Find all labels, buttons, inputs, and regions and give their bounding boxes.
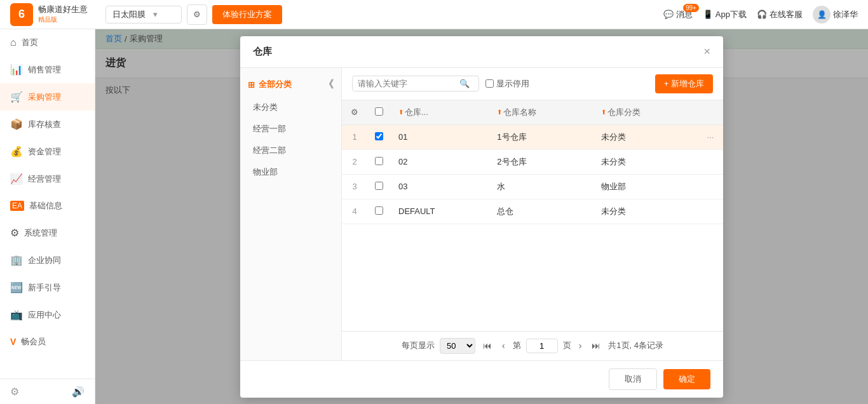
row-category: 未分类 — [593, 199, 698, 224]
cat-item-ops1[interactable]: 经营一部 — [240, 118, 341, 140]
cancel-button[interactable]: 取消 — [609, 368, 657, 390]
sidebar-item-finance[interactable]: 💰 资金管理 — [0, 138, 95, 165]
sidebar-item-inventory[interactable]: 📦 库存核查 — [0, 111, 95, 138]
sidebar-bottom: ⚙ 🔊 — [0, 379, 95, 404]
col-category-header[interactable]: ⬆ 仓库分类 — [593, 100, 698, 125]
table-row[interactable]: 1 01 1号仓库 未分类 ··· — [342, 125, 723, 149]
table-row[interactable]: 4 DEFAULT 总仓 未分类 — [342, 199, 723, 224]
volume-bottom-icon[interactable]: 🔊 — [72, 386, 85, 398]
sidebar-item-home[interactable]: ⌂ 首页 — [0, 29, 95, 56]
sidebar-item-basic[interactable]: EA 基础信息 — [0, 192, 95, 219]
guide-icon: 🆕 — [10, 281, 23, 293]
select-all-checkbox[interactable] — [375, 107, 383, 116]
purchase-icon: 🛒 — [10, 91, 23, 103]
settings-bottom-icon[interactable]: ⚙ — [10, 386, 19, 398]
sidebar-label-home: 首页 — [22, 37, 38, 48]
show-disabled-checkbox[interactable] — [485, 79, 494, 88]
row-category: 物业部 — [593, 174, 698, 199]
search-input[interactable] — [358, 79, 459, 88]
first-page-button[interactable]: ⏮ — [480, 339, 494, 352]
table-row[interactable]: 3 03 水 物业部 — [342, 174, 723, 199]
confirm-button[interactable]: 确定 — [663, 369, 710, 389]
sidebar-item-system[interactable]: ⚙ 系统管理 — [0, 219, 95, 246]
row-checkbox-cell[interactable] — [367, 174, 391, 199]
row-checkbox[interactable] — [375, 157, 383, 165]
last-page-button[interactable]: ⏭ — [589, 339, 603, 352]
row-name: 水 — [489, 174, 593, 199]
row-checkbox[interactable] — [375, 206, 383, 215]
cat-item-property[interactable]: 物业部 — [240, 161, 341, 183]
show-disabled-label: 显示停用 — [485, 78, 529, 90]
row-code: DEFAULT — [391, 199, 489, 224]
table-panel: 🔍 显示停用 + 新增仓库 — [342, 68, 723, 360]
per-page-label: 每页显示 — [402, 340, 435, 351]
logo-area: 6 畅康道好生意 精品版 — [10, 3, 105, 26]
modal-close-button[interactable]: × — [703, 45, 710, 58]
row-checkbox-cell[interactable] — [367, 199, 391, 224]
grid-icon: ⊞ — [248, 80, 255, 90]
service-button[interactable]: 🎧 在线客服 — [757, 9, 803, 20]
row-num: 2 — [342, 149, 367, 174]
operations-icon: 📈 — [10, 173, 23, 185]
total-label: 共1页, 4条记录 — [608, 340, 663, 351]
sort-icon3: ⬆ — [601, 109, 606, 116]
header-right: 💬 消息 99+ 📱 App下载 🎧 在线客服 👤 徐泽华 — [663, 6, 858, 24]
main-layout: ⌂ 首页 📊 销售管理 🛒 采购管理 📦 库存核查 💰 资金管理 📈 经营管理 … — [0, 29, 868, 404]
app-download-button[interactable]: 📱 App下载 — [703, 9, 747, 20]
messages-badge: 99+ — [683, 4, 699, 12]
table-header: ⚙ ⬆ 仓库... — [342, 100, 723, 125]
col-setting-header[interactable]: ⚙ — [342, 100, 367, 125]
row-checkbox-cell[interactable] — [367, 125, 391, 149]
all-category-button[interactable]: ⊞ 全部分类 《 — [240, 73, 341, 97]
modal-header: 仓库 × — [240, 36, 723, 68]
messages-button[interactable]: 💬 消息 99+ — [663, 9, 693, 20]
table-row[interactable]: 2 02 2号仓库 未分类 — [342, 149, 723, 174]
sidebar-label-sales: 销售管理 — [28, 64, 61, 76]
collapse-icon[interactable]: 《 — [323, 78, 334, 91]
col-name-header[interactable]: ⬆ 仓库名称 — [489, 100, 593, 125]
sidebar-item-sales[interactable]: 📊 销售管理 — [0, 56, 95, 83]
sidebar-item-enterprise[interactable]: 🏢 企业协同 — [0, 246, 95, 274]
logo-name: 畅康道好生意 — [38, 4, 88, 15]
row-category: 未分类 — [593, 149, 698, 174]
warehouse-table: ⚙ ⬆ 仓库... — [342, 100, 723, 224]
sidebar-item-guide[interactable]: 🆕 新手引导 — [0, 274, 95, 301]
modal-body: ⊞ 全部分类 《 未分类 经营一部 经营二部 — [240, 68, 723, 360]
cat-item-unclassified[interactable]: 未分类 — [240, 97, 341, 118]
col-setting-icon: ⚙ — [351, 107, 358, 117]
user-menu[interactable]: 👤 徐泽华 — [813, 6, 858, 24]
logo-sub: 精品版 — [38, 15, 88, 24]
row-checkbox[interactable] — [375, 132, 383, 140]
sidebar-label-appcenter: 应用中心 — [28, 309, 61, 321]
all-category-label: 全部分类 — [259, 79, 292, 90]
row-checkbox[interactable] — [375, 182, 383, 190]
row-code: 01 — [391, 125, 489, 149]
phone-icon: 📱 — [703, 10, 713, 19]
add-warehouse-button[interactable]: + 新增仓库 — [655, 74, 713, 93]
page-number-input[interactable] — [526, 339, 558, 353]
store-select[interactable]: 日太阳膜 ▾ — [105, 6, 182, 24]
col-code-header[interactable]: ⬆ 仓库... — [391, 100, 489, 125]
sidebar-label-inventory: 库存核查 — [28, 119, 61, 130]
inventory-icon: 📦 — [10, 118, 23, 130]
row-more-icon[interactable]: ··· — [707, 132, 714, 142]
prev-page-button[interactable]: ‹ — [499, 339, 508, 352]
search-bar: 🔍 显示停用 + 新增仓库 — [342, 68, 723, 100]
avatar: 👤 — [813, 6, 831, 24]
sidebar-label-operations: 经营管理 — [28, 173, 61, 185]
modal-title: 仓库 — [253, 46, 272, 58]
sidebar-item-member[interactable]: V 畅会员 — [0, 328, 95, 355]
sort-icon: ⬆ — [398, 109, 403, 116]
next-page-button[interactable]: › — [576, 339, 585, 352]
sidebar-item-appcenter[interactable]: 📺 应用中心 — [0, 301, 95, 328]
sidebar-item-purchase[interactable]: 🛒 采购管理 — [0, 83, 95, 111]
col-checkbox-header[interactable] — [367, 100, 391, 125]
trial-button[interactable]: 体验行业方案 — [212, 5, 282, 24]
settings-button[interactable]: ⚙ — [187, 4, 207, 25]
per-page-select[interactable]: 50 100 — [440, 338, 475, 354]
row-actions — [698, 149, 723, 174]
cat-item-ops2[interactable]: 经营二部 — [240, 140, 341, 161]
sidebar-item-operations[interactable]: 📈 经营管理 — [0, 165, 95, 192]
message-icon: 💬 — [663, 10, 674, 19]
row-checkbox-cell[interactable] — [367, 149, 391, 174]
